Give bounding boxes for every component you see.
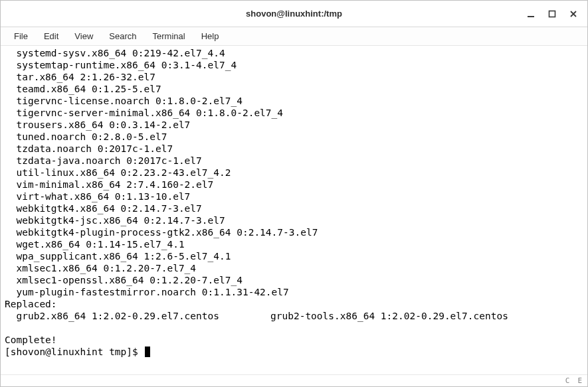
replaced-row: grub2.x86_64 1:2.02-0.29.el7.centosgrub2…: [5, 310, 583, 322]
menu-search[interactable]: Search: [102, 29, 143, 43]
terminal-output[interactable]: systemd-sysv.x86_64 0:219-42.el7_4.4 sys…: [1, 46, 587, 374]
window-controls: [521, 1, 583, 27]
titlebar: shovon@linuxhint:/tmp: [1, 1, 587, 27]
menu-view[interactable]: View: [68, 29, 100, 43]
shell-prompt: [shovon@linuxhint tmp]$: [5, 347, 144, 357]
replaced-header: Replaced:: [5, 299, 57, 309]
menu-help[interactable]: Help: [195, 29, 226, 43]
minimize-icon: [527, 10, 535, 18]
menu-terminal[interactable]: Terminal: [146, 29, 192, 43]
menubar: File Edit View Search Terminal Help: [1, 27, 587, 46]
menu-file[interactable]: File: [7, 29, 35, 43]
replaced-item-1: grub2.x86_64 1:2.02-0.29.el7.centos: [5, 310, 270, 322]
statusbar: C E: [1, 374, 587, 386]
status-c: C: [565, 376, 570, 385]
menu-edit[interactable]: Edit: [37, 29, 65, 43]
terminal-window: shovon@linuxhint:/tmp File Edit View Sea…: [0, 0, 588, 387]
complete-message: Complete!: [5, 335, 57, 345]
svg-rect-0: [528, 16, 534, 17]
package-list: systemd-sysv.x86_64 0:219-42.el7_4.4 sys…: [5, 48, 318, 297]
status-e: E: [577, 376, 582, 385]
minimize-button[interactable]: [521, 5, 541, 23]
close-button[interactable]: [563, 5, 583, 23]
replaced-item-2: grub2-tools.x86_64 1:2.02-0.29.el7.cento…: [270, 310, 508, 322]
maximize-button[interactable]: [542, 5, 562, 23]
window-title: shovon@linuxhint:/tmp: [246, 9, 342, 19]
svg-rect-1: [549, 11, 555, 17]
close-icon: [569, 10, 577, 18]
maximize-icon: [548, 10, 556, 18]
cursor: [145, 347, 150, 357]
